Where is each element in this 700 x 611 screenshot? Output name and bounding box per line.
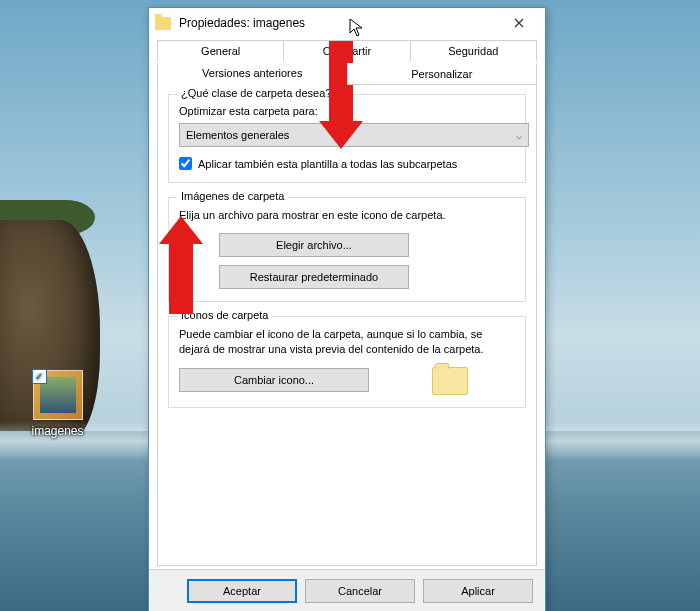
tab-versiones[interactable]: Versiones anteriores (157, 63, 348, 84)
group-folder-images: Imágenes de carpeta Elija un archivo par… (168, 197, 526, 302)
cancel-button[interactable]: Cancelar (305, 579, 415, 603)
group-legend: Imágenes de carpeta (177, 190, 288, 202)
restore-default-button[interactable]: Restaurar predeterminado (219, 265, 409, 289)
dialog-body: ¿Qué clase de carpeta desea? Optimizar e… (157, 82, 537, 566)
close-button[interactable] (499, 9, 539, 37)
folder-icons-desc: Puede cambiar el icono de la carpeta, au… (179, 327, 515, 357)
ok-button[interactable]: Aceptar (187, 579, 297, 603)
combo-value: Elementos generales (186, 129, 289, 141)
selection-check-icon: ✓ (32, 369, 47, 384)
folder-icon (432, 367, 468, 395)
optimize-label: Optimizar esta carpeta para: (179, 105, 515, 117)
apply-subfolders-checkbox[interactable] (179, 157, 192, 170)
tabs-row-1: General Compartir Seguridad (157, 40, 537, 61)
group-legend: ¿Qué clase de carpeta desea? (177, 87, 335, 99)
apply-subfolders-row[interactable]: Aplicar también esta plantilla a todas l… (179, 157, 515, 170)
optimize-combobox[interactable]: Elementos generales ⌵ (179, 123, 529, 147)
tab-general[interactable]: General (157, 40, 284, 61)
folder-images-desc: Elija un archivo para mostrar en este ic… (179, 208, 515, 223)
desktop-icon-label: imagenes (30, 424, 85, 438)
desktop-wallpaper: ✓ imagenes Propiedades: imagenes General… (0, 0, 700, 611)
change-icon-button[interactable]: Cambiar icono... (179, 368, 369, 392)
apply-button[interactable]: Aplicar (423, 579, 533, 603)
properties-dialog: Propiedades: imagenes General Compartir … (148, 7, 546, 611)
choose-file-button[interactable]: Elegir archivo... (219, 233, 409, 257)
tab-compartir[interactable]: Compartir (283, 40, 410, 61)
group-folder-type: ¿Qué clase de carpeta desea? Optimizar e… (168, 94, 526, 183)
tab-seguridad[interactable]: Seguridad (410, 40, 537, 61)
chevron-down-icon: ⌵ (516, 130, 522, 141)
tabs-row-2: Versiones anteriores Personalizar (157, 63, 537, 84)
folder-icon (155, 17, 171, 30)
titlebar[interactable]: Propiedades: imagenes (149, 8, 545, 38)
group-folder-icons: Iconos de carpeta Puede cambiar el icono… (168, 316, 526, 408)
dialog-footer: Aceptar Cancelar Aplicar (149, 569, 545, 611)
desktop-folder-icon[interactable]: ✓ imagenes (30, 370, 85, 438)
tab-personalizar[interactable]: Personalizar (347, 63, 538, 85)
close-icon (514, 18, 524, 28)
folder-thumbnail: ✓ (33, 370, 83, 420)
group-legend: Iconos de carpeta (177, 309, 272, 321)
apply-subfolders-label: Aplicar también esta plantilla a todas l… (198, 158, 457, 170)
window-title: Propiedades: imagenes (179, 16, 499, 30)
